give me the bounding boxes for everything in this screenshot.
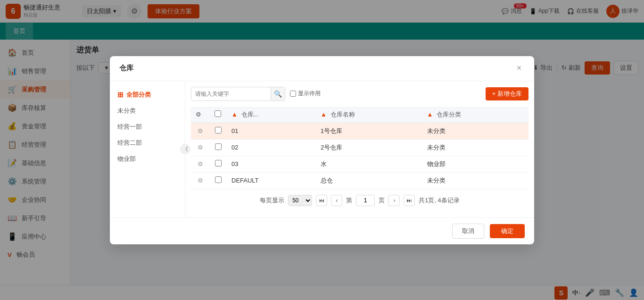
table-row[interactable]: ⚙ 02 2号仓库 未分类 xyxy=(191,139,528,156)
show-disabled-label[interactable]: 显示停用 xyxy=(290,90,321,98)
category-operations-2[interactable]: 经营二部 xyxy=(110,135,185,151)
row-gear: ⚙ xyxy=(191,139,210,156)
row-name: 水 xyxy=(316,156,422,172)
row-category: 未分类 xyxy=(422,139,528,156)
row-name: 1号仓库 xyxy=(316,123,422,139)
confirm-button[interactable]: 确定 xyxy=(490,224,525,238)
row-checkbox[interactable] xyxy=(215,160,222,167)
row-gear: ⚙ xyxy=(191,172,210,189)
cancel-button[interactable]: 取消 xyxy=(452,224,484,239)
row-gear: ⚙ xyxy=(191,156,210,172)
row-check[interactable] xyxy=(210,156,227,172)
search-box: 🔍 xyxy=(191,87,285,101)
table-header: ⚙ ▲ 仓库... ▲ xyxy=(191,107,528,123)
row-code: 02 xyxy=(227,139,316,156)
row-check[interactable] xyxy=(210,172,227,189)
total-records: 共1页, 4条记录 xyxy=(419,196,460,205)
row-code: 01 xyxy=(227,123,316,139)
modal-footer: 取消 确定 xyxy=(110,217,534,244)
th-check xyxy=(210,107,227,123)
right-panel: 🔍 显示停用 + 新增仓库 ⚙ xyxy=(185,81,534,217)
row-category: 未分类 xyxy=(422,172,528,189)
close-button[interactable]: × xyxy=(513,63,525,74)
collapse-button[interactable]: 《 xyxy=(180,144,190,154)
next-page-btn[interactable]: › xyxy=(388,195,400,206)
page-suffix: 页 xyxy=(379,196,385,205)
modal-overlay: 仓库 × 《 ⊞ 全部分类 未分类 经营一部 经营二部 xyxy=(0,0,644,300)
pagination: 每页显示 50 100 200 ⏮ ‹ 第 页 › ⏭ 共1页, 4条记录 xyxy=(191,189,528,212)
modal-body: 《 ⊞ 全部分类 未分类 经营一部 经营二部 物业部 xyxy=(110,81,534,217)
table-row[interactable]: ⚙ 01 1号仓库 未分类 xyxy=(191,123,528,139)
per-page-label: 每页显示 xyxy=(260,196,284,205)
select-all-checkbox[interactable] xyxy=(215,110,221,117)
category-unclassified[interactable]: 未分类 xyxy=(110,103,185,119)
row-gear: ⚙ xyxy=(191,123,210,139)
modal-header: 仓库 × xyxy=(110,56,534,81)
grid-icon: ⊞ xyxy=(117,91,124,99)
row-code: DEFAULT xyxy=(227,172,316,189)
row-checkbox[interactable] xyxy=(215,143,222,150)
row-category: 未分类 xyxy=(422,123,528,139)
search-icon[interactable]: 🔍 xyxy=(271,87,285,101)
table-container: ⚙ ▲ 仓库... ▲ xyxy=(191,107,528,189)
table-row[interactable]: ⚙ 03 水 物业部 xyxy=(191,156,528,172)
row-check[interactable] xyxy=(210,123,227,139)
warehouse-modal: 仓库 × 《 ⊞ 全部分类 未分类 经营一部 经营二部 xyxy=(110,56,534,244)
table-body: ⚙ 01 1号仓库 未分类 ⚙ 02 2号仓库 未分类 ⚙ 03 水 物业部 ⚙… xyxy=(191,123,528,189)
category-all[interactable]: ⊞ 全部分类 xyxy=(110,87,185,103)
category-property[interactable]: 物业部 xyxy=(110,151,185,167)
add-warehouse-button[interactable]: + 新增仓库 xyxy=(486,87,528,100)
row-name: 总仓 xyxy=(316,172,422,189)
row-code: 03 xyxy=(227,156,316,172)
first-page-btn[interactable]: ⏮ xyxy=(316,195,327,206)
modal-title: 仓库 xyxy=(119,64,133,73)
right-toolbar: 🔍 显示停用 + 新增仓库 xyxy=(191,87,528,101)
th-name: ▲ 仓库名称 xyxy=(316,107,422,123)
th-code: ▲ 仓库... xyxy=(227,107,316,123)
table-row[interactable]: ⚙ DEFAULT 总仓 未分类 xyxy=(191,172,528,189)
page-label: 第 xyxy=(346,196,352,205)
page-input[interactable] xyxy=(356,195,375,206)
category-panel: 《 ⊞ 全部分类 未分类 经营一部 经营二部 物业部 xyxy=(110,81,185,217)
row-name: 2号仓库 xyxy=(316,139,422,156)
row-category: 物业部 xyxy=(422,156,528,172)
show-disabled-checkbox[interactable] xyxy=(290,91,296,97)
per-page-select[interactable]: 50 100 200 xyxy=(288,195,312,206)
search-input[interactable] xyxy=(191,91,271,97)
row-check[interactable] xyxy=(210,139,227,156)
th-category: ▲ 仓库分类 xyxy=(422,107,528,123)
prev-page-btn[interactable]: ‹ xyxy=(331,195,342,206)
gear-icon: ⚙ xyxy=(196,111,201,118)
last-page-btn[interactable]: ⏭ xyxy=(404,195,415,206)
row-checkbox[interactable] xyxy=(215,176,222,183)
category-operations-1[interactable]: 经营一部 xyxy=(110,119,185,135)
row-checkbox[interactable] xyxy=(215,127,222,133)
warehouse-table: ⚙ ▲ 仓库... ▲ xyxy=(191,107,528,189)
th-gear: ⚙ xyxy=(191,107,210,123)
